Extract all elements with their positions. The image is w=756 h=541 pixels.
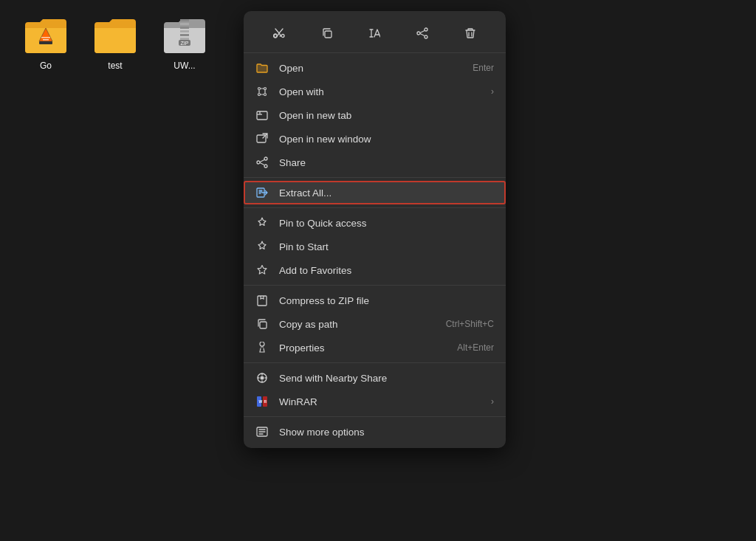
menu-item-properties[interactable]: Properties Alt+Enter [244,336,506,359]
folder-go-icon [22,15,69,56]
svg-rect-14 [325,31,331,38]
zip-icon [255,294,269,307]
folder-go[interactable]: Go [22,15,69,71]
folder-test-icon [92,15,139,56]
winrar-label: WinRAR [279,396,481,407]
svg-rect-4 [180,19,189,21]
pin-start-icon [255,240,269,253]
open-shortcut: Enter [472,63,494,73]
nearby-share-label: Send with Nearby Share [279,373,494,384]
folder-go-label: Go [40,61,52,71]
share-icon [255,156,269,169]
svg-rect-3 [43,39,49,41]
menu-item-open[interactable]: Open Enter [244,56,506,80]
share-label: Share [279,157,494,168]
svg-point-12 [274,35,277,38]
svg-text:R: R [264,399,267,404]
winrar-icon: W R [255,395,269,408]
star-icon [255,263,269,277]
open-new-tab-label: Open in new tab [279,110,494,121]
menu-item-share[interactable]: Share [244,151,506,174]
cut-button[interactable] [266,20,292,46]
folder-test-label: test [108,61,122,71]
svg-point-16 [264,88,267,90]
svg-point-18 [264,94,267,96]
menu-item-pin-start[interactable]: Pin to Start [244,235,506,258]
menu-item-nearby-share[interactable]: Send with Nearby Share [244,366,506,390]
svg-rect-5 [180,23,189,25]
pin-quick-access-icon [255,216,269,230]
open-with-chevron: › [491,86,494,97]
folder-uw-icon: ZIP [161,15,208,56]
svg-rect-9 [180,38,189,40]
menu-item-copy-path[interactable]: Copy as path Ctrl+Shift+C [244,312,506,336]
properties-label: Properties [279,342,447,354]
folder-uw-label: UW... [173,61,195,71]
separator-3 [244,285,506,286]
compress-zip-label: Compress to ZIP file [279,295,494,306]
copy-button[interactable] [314,20,340,46]
svg-rect-23 [260,322,267,328]
properties-shortcut: Alt+Enter [457,342,494,353]
menu-item-open-with[interactable]: Open with › [244,80,506,103]
add-favorites-label: Add to Favorites [279,265,494,276]
open-icon [255,61,269,75]
copy-path-icon [255,317,269,331]
svg-point-17 [258,94,261,96]
extract-icon [255,186,269,199]
svg-point-13 [281,35,284,38]
svg-text:W: W [259,399,263,404]
desktop: Go test [0,0,756,541]
svg-rect-7 [180,30,189,32]
open-label: Open [279,63,462,74]
folder-uw[interactable]: ZIP UW... [161,15,208,71]
copy-path-label: Copy as path [279,319,436,330]
separator-1 [244,177,506,178]
menu-item-winrar[interactable]: W R WinRAR › [244,390,506,413]
nearby-share-icon [255,371,269,385]
pin-start-label: Pin to Start [279,241,494,252]
svg-rect-1 [39,41,52,44]
separator-2 [244,207,506,208]
svg-point-25 [261,376,264,380]
copy-path-shortcut: Ctrl+Shift+C [446,319,494,329]
more-options-icon [255,425,269,438]
svg-rect-2 [41,37,50,38]
menu-item-open-new-tab[interactable]: Open in new tab [244,103,506,127]
pin-quick-access-label: Pin to Quick access [279,218,494,229]
separator-4 [244,362,506,363]
more-options-label: Show more options [279,427,494,438]
menu-item-pin-quick-access[interactable]: Pin to Quick access [244,211,506,235]
svg-rect-22 [258,296,267,306]
svg-rect-19 [257,111,267,120]
new-tab-icon [255,108,269,122]
menu-item-extract-all[interactable]: Extract All... [244,181,506,204]
menu-item-more-options[interactable]: Show more options [244,420,506,444]
extract-all-label: Extract All... [279,187,494,199]
svg-point-15 [258,88,261,90]
share-toolbar-button[interactable] [409,20,436,46]
open-new-window-label: Open in new window [279,134,494,145]
svg-rect-6 [180,27,189,29]
delete-button[interactable] [457,20,484,46]
open-with-label: Open with [279,86,481,97]
rename-button[interactable] [361,20,388,46]
separator-5 [244,416,506,417]
svg-rect-8 [180,34,189,36]
properties-icon [255,341,269,354]
context-menu: Open Enter Open with › [244,11,506,448]
new-window-icon [255,132,269,145]
menu-item-open-new-window[interactable]: Open in new window [244,127,506,151]
open-with-icon [255,85,269,98]
menu-item-compress-zip[interactable]: Compress to ZIP file [244,289,506,312]
folder-test[interactable]: test [92,15,139,71]
winrar-chevron: › [491,396,494,407]
menu-item-add-favorites[interactable]: Add to Favorites [244,258,506,282]
svg-text:ZIP: ZIP [181,41,189,46]
menu-toolbar [244,15,506,53]
